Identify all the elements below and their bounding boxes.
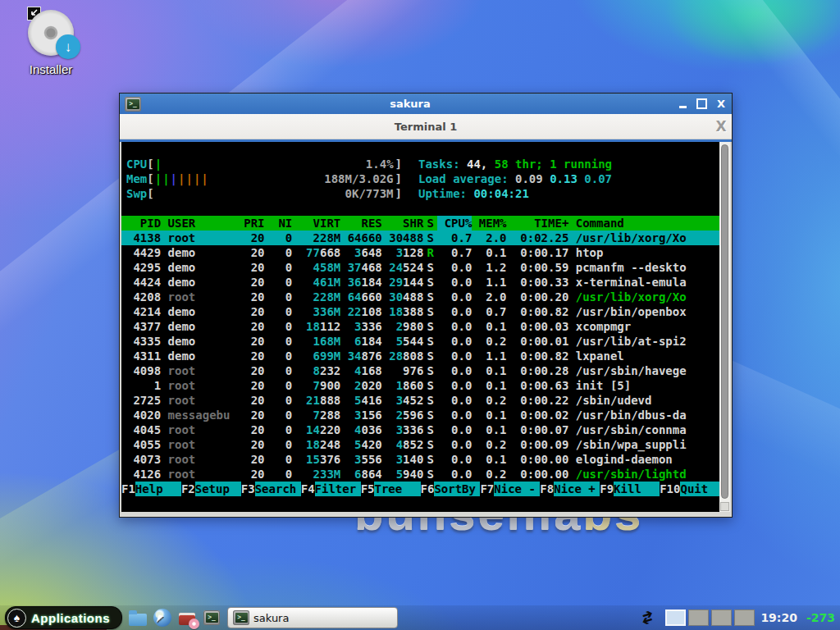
process-row[interactable]: 4073root2001537635563140S0.00.10:00.00el… bbox=[121, 452, 719, 467]
uptime-line: Uptime: 00:04:21 bbox=[418, 186, 612, 201]
process-table-header[interactable]: PIDUSERPRINIVIRTRESSHRSCPU%MEM%TIME+Comm… bbox=[121, 216, 719, 231]
applications-menu-button[interactable]: ♠ Applications bbox=[5, 606, 122, 629]
fkey-f10-quit[interactable]: F10Quit bbox=[660, 482, 719, 496]
column-header-virt[interactable]: VIRT bbox=[292, 216, 340, 231]
terminal-tabbar: Terminal 1 X bbox=[120, 114, 732, 139]
process-row[interactable]: 4138root200228M6466030488S0.72.00:02.25/… bbox=[121, 231, 719, 245]
fkey-f5-tree[interactable]: F5Tree bbox=[361, 482, 421, 496]
cell-mem: 0.1 bbox=[472, 378, 506, 393]
meter-swp: Swp[0K/773M] bbox=[126, 186, 402, 201]
fkey-f2-setup[interactable]: F2Setup bbox=[181, 482, 241, 496]
process-row[interactable]: 4045root2001422040363336S0.00.10:00.07/u… bbox=[121, 422, 719, 437]
process-row[interactable]: 4214demo200336M2210818388S0.00.70:00.82/… bbox=[121, 304, 719, 319]
column-header-s[interactable]: S bbox=[423, 216, 437, 231]
cell-virt: 7288 bbox=[292, 408, 340, 422]
workspace-4[interactable] bbox=[734, 609, 755, 626]
column-header-pri[interactable]: PRI bbox=[237, 216, 265, 231]
process-row[interactable]: 4295demo200458M3746824524S0.01.20:00.59p… bbox=[121, 260, 719, 275]
fkey-f6-sortby[interactable]: F6SortBy bbox=[421, 482, 481, 496]
column-header-res[interactable]: RES bbox=[340, 216, 382, 231]
fkey-f1-help[interactable]: F1Help bbox=[121, 482, 181, 496]
process-row[interactable]: 4208root200228M6466030488S0.02.00:00.20/… bbox=[121, 290, 719, 304]
process-row[interactable]: 4424demo200461M3618429144S0.01.10:00.33x… bbox=[121, 275, 719, 290]
terminal-launcher-icon[interactable]: >_ bbox=[202, 608, 221, 628]
process-row[interactable]: 4126root200233M68645940S0.00.20:00.00/us… bbox=[121, 467, 719, 482]
cell-pid: 4424 bbox=[126, 275, 161, 290]
cell-pri: 20 bbox=[237, 408, 265, 422]
workspace-3[interactable] bbox=[711, 609, 732, 626]
fkey-f3-search[interactable]: F3Search bbox=[241, 482, 301, 496]
temperature-readout: -273 bbox=[806, 611, 835, 624]
column-header-cpu[interactable]: CPU% bbox=[437, 216, 472, 231]
process-row[interactable]: 4055root2001824854204852S0.00.20:00.09/s… bbox=[121, 437, 719, 452]
column-header-time[interactable]: TIME+ bbox=[507, 216, 569, 231]
fkey-f8-nice[interactable]: F8Nice + bbox=[540, 482, 600, 496]
cell-user: root bbox=[161, 467, 237, 482]
scrollbar-thumb[interactable] bbox=[721, 144, 728, 499]
process-row[interactable]: 4377demo2001811233362980S0.00.10:00.03xc… bbox=[121, 319, 719, 334]
bunsenlabs-logo-icon: ♠ bbox=[7, 609, 26, 628]
cell-mem: 2.0 bbox=[472, 231, 506, 245]
cell-res: 6864 bbox=[340, 467, 382, 482]
cell-command: pcmanfm --deskto bbox=[568, 260, 686, 275]
workspace-1[interactable] bbox=[665, 609, 686, 626]
cell-res: 34876 bbox=[340, 349, 382, 363]
cell-virt: 461M bbox=[292, 275, 340, 290]
cell-time: 0:00.03 bbox=[507, 319, 569, 334]
terminal-scrollbar[interactable] bbox=[719, 142, 730, 512]
cell-time: 0:00.22 bbox=[507, 393, 569, 408]
column-header-shr[interactable]: SHR bbox=[382, 216, 424, 231]
desktop-icon-installer[interactable]: ↓ Installer bbox=[15, 10, 87, 76]
process-row[interactable]: 4098root20082324168976S0.00.10:00.28/usr… bbox=[121, 363, 719, 378]
column-header-ni[interactable]: NI bbox=[265, 216, 293, 231]
cell-ni: 0 bbox=[265, 378, 293, 393]
maximize-button[interactable] bbox=[696, 98, 707, 109]
column-header-command[interactable]: Command bbox=[568, 216, 623, 231]
cell-cpu: 0.0 bbox=[437, 334, 472, 349]
cell-virt: 458M bbox=[292, 260, 340, 275]
cell-virt: 233M bbox=[292, 467, 340, 482]
cell-ni: 0 bbox=[265, 290, 293, 304]
cell-ni: 0 bbox=[265, 408, 293, 422]
cell-res: 4168 bbox=[340, 363, 382, 378]
cell-shr: 5544 bbox=[382, 334, 424, 349]
close-button[interactable]: X bbox=[717, 98, 725, 109]
cell-time: 0:00.00 bbox=[507, 452, 569, 467]
cell-res: 64660 bbox=[340, 290, 382, 304]
file-manager-icon[interactable] bbox=[128, 608, 148, 628]
sakura-window: >_ sakura X Terminal 1 X CPU[|1.4%]Mem[|… bbox=[119, 93, 733, 518]
process-row[interactable]: 4429demo2007766836483128R0.70.10:00.17ht… bbox=[121, 245, 719, 260]
cell-cpu: 0.7 bbox=[437, 245, 472, 260]
terminal-screen[interactable]: CPU[|1.4%]Mem[|||||||188M/3.02G]Swp[0K/7… bbox=[121, 142, 719, 512]
fkey-f4-filter[interactable]: F4Filter bbox=[301, 482, 361, 496]
taskbar-task-sakura[interactable]: >_ sakura bbox=[227, 607, 398, 628]
fkey-f9-kill[interactable]: F9Kill bbox=[600, 482, 660, 496]
desktop: bunsenlabs ↓ Installer >_ sakura X Termi… bbox=[0, 0, 840, 630]
workspace-2[interactable] bbox=[688, 609, 709, 626]
cell-shr: 3452 bbox=[382, 393, 424, 408]
minimize-button[interactable] bbox=[679, 106, 687, 108]
fkey-f7-nice[interactable]: F7Nice - bbox=[480, 482, 540, 496]
column-header-user[interactable]: USER bbox=[161, 216, 237, 231]
process-row[interactable]: 4020messagebu200728831562596S0.00.10:00.… bbox=[121, 408, 719, 422]
web-browser-icon[interactable] bbox=[153, 608, 172, 628]
cell-virt: 228M bbox=[292, 290, 340, 304]
process-row[interactable]: 1root200790020201860S0.00.10:00.63init [… bbox=[121, 378, 719, 393]
tab-close-icon[interactable]: X bbox=[710, 118, 732, 135]
window-titlebar[interactable]: >_ sakura X bbox=[120, 94, 732, 114]
process-row[interactable]: 2725root2002188854163452S0.00.20:00.22/s… bbox=[121, 393, 719, 408]
network-tray-icon[interactable]: ➔➔ bbox=[641, 609, 660, 627]
column-header-mem[interactable]: MEM% bbox=[472, 216, 506, 231]
cell-cpu: 0.0 bbox=[437, 275, 472, 290]
tab-terminal-1[interactable]: Terminal 1 bbox=[141, 121, 710, 133]
taskbar: ♠ Applications >_ >_ sakura ➔➔ 19:20 -27… bbox=[0, 605, 840, 630]
process-row[interactable]: 4335demo200168M61845544S0.00.20:00.01/us… bbox=[121, 334, 719, 349]
process-row[interactable]: 4311demo200699M3487628808S0.01.10:00.82l… bbox=[121, 349, 719, 363]
column-header-pid[interactable]: PID bbox=[126, 216, 161, 231]
package-manager-icon[interactable] bbox=[177, 608, 197, 628]
scrollbar-corner bbox=[720, 502, 729, 511]
cell-res: 3648 bbox=[340, 245, 382, 260]
cell-shr: 4852 bbox=[382, 437, 424, 452]
cell-command: /usr/lib/xorg/Xo bbox=[568, 231, 686, 245]
cell-time: 0:00.82 bbox=[507, 349, 569, 363]
